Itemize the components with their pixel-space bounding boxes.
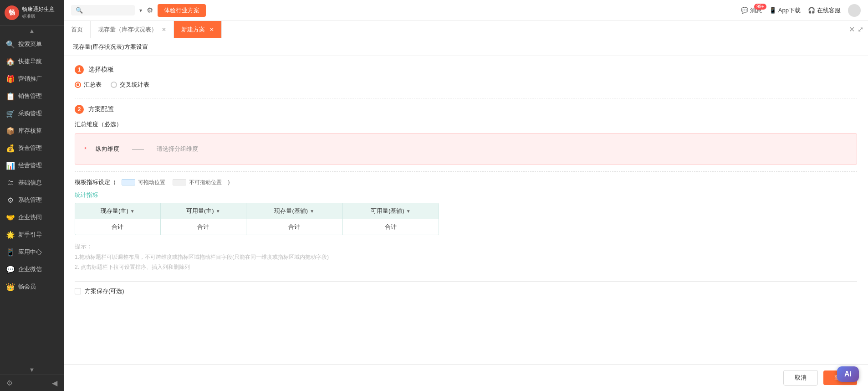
tab-home[interactable]: 首页 (64, 21, 91, 38)
radio-cross[interactable]: 交叉统计表 (111, 81, 149, 89)
tab-new-scheme-close[interactable]: ✕ (209, 26, 214, 33)
legend-fixed-box (173, 179, 186, 185)
sidebar-item-enterprise[interactable]: 🤝 企业协同 (0, 209, 64, 226)
sidebar-label-search: 搜索菜单 (18, 40, 42, 48)
sidebar-item-appstore[interactable]: 📱 应用中心 (0, 243, 64, 261)
tab-expand-area: ✕ ⤢ (842, 25, 868, 34)
sidebar-icon-marketing: 🎁 (6, 75, 15, 83)
sidebar-item-inventory[interactable]: 📦 库存核算 (0, 122, 64, 139)
cancel-button[interactable]: 取消 (783, 370, 818, 386)
app-name: 畅康通好生意 (22, 6, 55, 13)
sidebar-item-member[interactable]: 👑 畅会员 (0, 278, 64, 295)
col-dropdown-2[interactable]: 现存量(基辅) ▼ (274, 207, 314, 215)
trial-btn[interactable]: 体验行业方案 (158, 4, 206, 17)
step2-header: 2 方案配置 (75, 105, 857, 114)
tab-inventory-close[interactable]: ✕ (162, 26, 166, 33)
settings-icon[interactable]: ⚙ (6, 379, 13, 387)
stats-col-cell-3: 合计 (342, 219, 439, 235)
sidebar-item-marketing[interactable]: 🎁 营销推广 (0, 70, 64, 87)
sidebar-item-purchase[interactable]: 🛒 采购管理 (0, 105, 64, 122)
user-avatar[interactable] (848, 4, 861, 17)
topbar-gear-icon[interactable]: ⚙ (147, 6, 153, 15)
tab-new-scheme[interactable]: 新建方案 ✕ (174, 21, 222, 38)
app-download-btn[interactable]: 📱 App下载 (769, 6, 801, 15)
sidebar-icon-sales: 📋 (6, 92, 15, 100)
indicator-setting-suffix: ） (227, 178, 233, 186)
search-input[interactable] (86, 7, 131, 14)
sidebar-icon-quicknav: 🏠 (6, 57, 15, 66)
sidebar-label-business: 经营管理 (18, 161, 42, 170)
sidebar-scroll-up[interactable]: ▲ (0, 26, 64, 36)
col-dropdown-3[interactable]: 可用量(基辅) ▼ (371, 207, 411, 215)
radio-summary[interactable]: 汇总表 (75, 81, 102, 89)
stats-col-header-0[interactable]: 现存量(主) ▼ (75, 203, 160, 219)
headset-icon: 🎧 (808, 7, 815, 14)
sidebar-icon-appstore: 📱 (6, 248, 15, 256)
save-label: 方案保存(可选) (85, 287, 124, 295)
sidebar-item-finance[interactable]: 💰 资金管理 (0, 139, 64, 157)
col-dropdown-0[interactable]: 现存量(主) ▼ (101, 207, 135, 215)
sidebar-item-search[interactable]: 🔍 搜索菜单 (0, 36, 64, 53)
close-window-icon[interactable]: ✕ (849, 25, 855, 34)
dim-area[interactable]: * 纵向维度 —— 请选择分组维度 (75, 133, 857, 165)
sidebar-label-guide: 新手引导 (18, 231, 42, 239)
divider-2 (75, 171, 857, 172)
sidebar-label-purchase: 采购管理 (18, 109, 42, 118)
topbar-dropdown[interactable]: ▾ (139, 7, 142, 14)
indicator-setting-row: 模板指标设定（ 可拖动位置 不可拖动位置 ） (75, 178, 857, 186)
indicator-legend: 可拖动位置 不可拖动位置 (122, 179, 222, 186)
stats-col-header-2[interactable]: 现存量(基辅) ▼ (246, 203, 342, 219)
message-btn[interactable]: 💬 消息 99+ (741, 6, 762, 15)
step1-badge: 1 (75, 65, 84, 74)
save-checkbox[interactable] (75, 288, 81, 294)
message-badge: 99+ (754, 4, 766, 10)
legend-fixed: 不可拖动位置 (173, 179, 222, 186)
topbar-search-box[interactable]: 🔍 (71, 5, 135, 15)
sidebar-item-basic[interactable]: 🗂 基础信息 (0, 174, 64, 191)
message-icon: 💬 (741, 7, 748, 14)
sidebar-icon-wechat: 💬 (6, 265, 15, 273)
ai-float-button[interactable]: Ai (837, 366, 859, 382)
sidebar-scroll-down[interactable]: ▼ (0, 365, 64, 375)
online-service-btn[interactable]: 🎧 在线客服 (808, 6, 841, 15)
dim-required-mark: * (84, 146, 87, 153)
sidebar-icon-guide: 🌟 (6, 231, 15, 239)
col-chevron-0: ▼ (130, 209, 135, 214)
form-container: 1 选择模板 汇总表 交叉统计表 2 (64, 56, 868, 364)
sidebar-icon-enterprise: 🤝 (6, 213, 15, 221)
sidebar-icon-purchase: 🛒 (6, 109, 15, 118)
phone-icon: 📱 (769, 7, 776, 14)
sidebar-logo: 畅 畅康通好生意 标准版 (0, 0, 64, 26)
stats-col-header-1[interactable]: 可用量(主) ▼ (160, 203, 246, 219)
sidebar-item-business[interactable]: 📊 经营管理 (0, 157, 64, 174)
stats-col-header-3[interactable]: 可用量(基辅) ▼ (342, 203, 439, 219)
save-option: 方案保存(可选) (75, 281, 857, 301)
content-area: 现存量(库存状况表)方案设置 1 选择模板 汇总表 交叉统计表 (64, 38, 868, 391)
topbar-left: 🔍 ▾ ⚙ 体验行业方案 (71, 4, 206, 17)
tips-item-1: 1.拖动标题栏可以调整布局，不可跨维度或指标区域拖动栏目字段(只能在同一维度或指… (75, 252, 857, 262)
legend-draggable-label: 可拖动位置 (138, 179, 165, 186)
legend-draggable-box (122, 179, 135, 185)
sidebar-item-quicknav[interactable]: 🏠 快捷导航 (0, 53, 64, 70)
stats-label: 统计指标 (75, 191, 857, 199)
sidebar-item-system[interactable]: ⚙ 系统管理 (0, 191, 64, 209)
sidebar-label-finance: 资金管理 (18, 144, 42, 152)
collapse-icon[interactable]: ◀ (52, 379, 57, 387)
sidebar-label-sales: 销售管理 (18, 92, 42, 100)
tab-inventory-status[interactable]: 现存量（库存状况表） ✕ (91, 21, 174, 38)
step2-badge: 2 (75, 105, 84, 114)
sidebar-item-guide[interactable]: 🌟 新手引导 (0, 226, 64, 243)
stats-table-wrap: 现存量(主) ▼可用量(主) ▼现存量(基辅) ▼可用量(基辅) ▼ 合计合计合… (75, 203, 439, 235)
sidebar-label-enterprise: 企业协同 (18, 213, 42, 221)
stats-table-body-row: 合计合计合计合计 (75, 219, 439, 235)
sidebar-item-wechat[interactable]: 💬 企业微信 (0, 261, 64, 278)
sidebar-item-sales[interactable]: 📋 销售管理 (0, 87, 64, 105)
step1-section: 1 选择模板 汇总表 交叉统计表 (75, 65, 857, 89)
col-dropdown-1[interactable]: 可用量(主) ▼ (186, 207, 220, 215)
sidebar-label-system: 系统管理 (18, 196, 42, 204)
radio-cross-dot (111, 82, 117, 88)
tab-new-scheme-label: 新建方案 (181, 26, 205, 34)
template-options: 汇总表 交叉统计表 (75, 81, 857, 89)
stats-col-cell-2: 合计 (246, 219, 342, 235)
expand-icon[interactable]: ⤢ (858, 25, 863, 34)
